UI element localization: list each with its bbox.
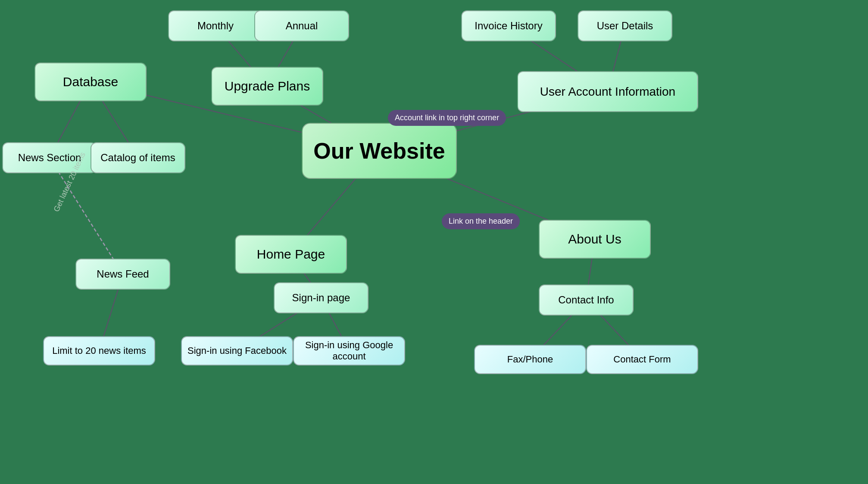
node-invoice-history: Invoice History: [461, 10, 556, 41]
node-signin-page: Sign-in page: [274, 282, 368, 313]
node-about-us: About Us: [539, 220, 651, 259]
badge-header-link: Link on the header: [442, 213, 520, 229]
badge-account-link: Account link in top right corner: [388, 110, 506, 126]
node-fax-phone: Fax/Phone: [474, 345, 586, 374]
node-user-details: User Details: [578, 10, 672, 41]
node-limit-news: Limit to 20 news items: [43, 336, 155, 365]
node-signin-google: Sign-in using Google account: [293, 336, 405, 365]
node-annual: Annual: [254, 10, 349, 41]
node-monthly: Monthly: [168, 10, 263, 41]
node-catalog: Catalog of items: [91, 142, 185, 173]
node-signin-facebook: Sign-in using Facebook: [181, 336, 293, 365]
node-home-page: Home Page: [235, 235, 347, 274]
node-database: Database: [34, 62, 147, 101]
node-our-website: Our Website: [302, 123, 457, 179]
node-upgrade-plans: Upgrade Plans: [211, 67, 323, 106]
node-news-feed: News Feed: [75, 259, 170, 290]
node-user-account: User Account Information: [517, 71, 698, 112]
node-contact-info: Contact Info: [539, 284, 634, 315]
node-contact-form: Contact Form: [586, 345, 698, 374]
svg-line-20: [50, 158, 123, 274]
svg-line-12: [50, 158, 123, 274]
